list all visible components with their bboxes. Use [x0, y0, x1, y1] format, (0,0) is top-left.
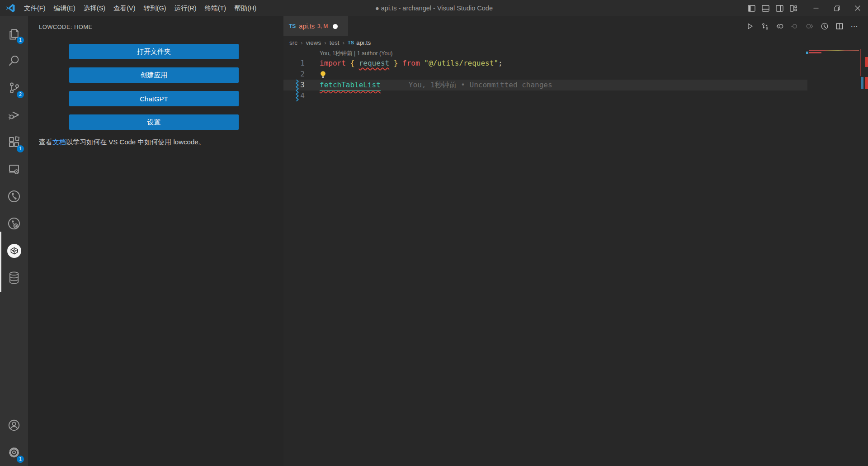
chevron-right-icon: ›	[343, 39, 345, 46]
vscode-logo-icon	[5, 3, 15, 13]
menu-run[interactable]: 运行(R)	[170, 0, 200, 16]
activity-remote-explorer[interactable]	[0, 156, 28, 183]
menu-view[interactable]: 查看(V)	[109, 0, 139, 16]
ruler-error-mark-line1	[865, 57, 868, 67]
menu-help[interactable]: 帮助(H)	[230, 0, 260, 16]
menu-selection[interactable]: 选择(S)	[80, 0, 109, 16]
activity-extensions[interactable]: 1	[0, 128, 28, 156]
code-line-1[interactable]: 1 import { request } from "@/utils/reque…	[283, 58, 807, 69]
dirty-indicator[interactable]	[333, 24, 338, 29]
layout-sidebar-right-icon[interactable]	[776, 5, 783, 12]
chevron-right-icon: ›	[301, 39, 303, 46]
activity-explorer[interactable]: 1	[0, 20, 28, 47]
remote-explorer-icon	[7, 162, 21, 176]
explorer-badge: 1	[17, 37, 24, 44]
activity-database[interactable]	[0, 264, 28, 291]
file-history-button[interactable]	[820, 22, 829, 31]
code-line-2[interactable]: 2	[283, 69, 807, 80]
tab-problems-badge: 3, M	[317, 23, 328, 29]
activity-run-debug[interactable]	[0, 101, 28, 128]
activity-bar: 1 2 1	[0, 16, 28, 466]
minimap-line-1-mark	[809, 50, 859, 51]
minimap[interactable]	[807, 49, 860, 466]
compare-changes-icon	[761, 23, 769, 30]
account-icon	[7, 418, 21, 432]
menu-edit[interactable]: 编辑(E)	[50, 0, 80, 16]
code-line-4[interactable]: 4	[283, 90, 807, 101]
line-number-2[interactable]: 2	[283, 69, 320, 80]
code-area[interactable]: You, 1秒钟前 | 1 author (You) 1 import { re…	[283, 49, 807, 466]
typescript-file-icon: TS	[348, 40, 354, 45]
editor-group: TS api.ts 3, M ⋯ src› views› test› TS ap…	[283, 16, 868, 466]
change-nav-disabled[interactable]	[790, 22, 799, 31]
breadcrumb-views[interactable]: views	[306, 39, 321, 46]
source-control-badge: 2	[17, 91, 24, 98]
gitlens-icon	[7, 189, 21, 204]
create-app-button[interactable]: 创建应用	[69, 67, 239, 83]
active-view-indicator	[0, 232, 1, 292]
overview-ruler[interactable]	[860, 49, 868, 466]
settings-button[interactable]: 设置	[69, 114, 239, 130]
activity-search[interactable]	[0, 47, 28, 74]
database-icon	[8, 271, 20, 285]
doc-hint-suffix: 以学习如何在 VS Code 中如何使用 lowcode。	[66, 138, 205, 146]
activity-gitlens-inspect[interactable]	[0, 210, 28, 237]
codelens-authors[interactable]: You, 1秒钟前 | 1 author (You)	[283, 49, 807, 58]
breadcrumb-test[interactable]: test	[330, 39, 340, 46]
activity-source-control[interactable]: 2	[0, 74, 28, 101]
activity-lowcode[interactable]	[0, 237, 28, 264]
line-number-4[interactable]: 4	[283, 90, 320, 101]
breadcrumbs: src› views› test› TS api.ts	[283, 36, 868, 49]
modified-lines-gutter-indicator	[296, 80, 299, 101]
chatgpt-button[interactable]: ChatGPT	[69, 91, 239, 106]
tab-api-ts[interactable]: TS api.ts 3, M	[283, 16, 348, 36]
more-actions-button[interactable]: ⋯	[850, 22, 859, 31]
next-change-disabled[interactable]	[805, 22, 814, 31]
extensions-badge: 1	[17, 145, 24, 152]
breadcrumb-src[interactable]: src	[289, 39, 297, 46]
search-icon	[7, 54, 21, 67]
previous-change-button[interactable]	[775, 22, 784, 31]
quickfix-lightbulb-icon[interactable]	[320, 71, 326, 79]
split-editor-button[interactable]	[835, 22, 844, 31]
activity-settings[interactable]: 1	[0, 439, 28, 466]
change-disabled-icon	[791, 23, 798, 30]
menu-terminal[interactable]: 终端(T)	[201, 0, 231, 16]
typescript-file-icon: TS	[289, 23, 296, 29]
gitlens-inspect-icon	[7, 216, 21, 231]
minimap-line-3-mark	[809, 52, 821, 53]
ruler-modified-mark-line3	[861, 77, 863, 89]
minimap-modified-dot	[806, 52, 808, 54]
restore-button[interactable]	[826, 0, 847, 16]
close-icon	[855, 5, 860, 11]
line-number-1[interactable]: 1	[283, 58, 320, 69]
run-file-button[interactable]	[745, 22, 755, 31]
doc-link[interactable]: 文档	[52, 138, 66, 146]
previous-change-icon	[776, 23, 784, 30]
open-folder-button[interactable]: 打开文件夹	[69, 44, 239, 59]
sidebar-lowcode-home: LOWCODE: HOME 打开文件夹 创建应用 ChatGPT 设置 查看文档…	[28, 16, 283, 466]
menu-file[interactable]: 文件(F)	[20, 0, 50, 16]
tab-bar: TS api.ts 3, M ⋯	[283, 16, 868, 36]
layout-customize-icon[interactable]	[790, 5, 797, 12]
breadcrumb-file[interactable]: api.ts	[356, 39, 371, 46]
run-icon	[746, 23, 754, 30]
tab-label: api.ts	[299, 23, 315, 30]
menu-go[interactable]: 转到(G)	[140, 0, 170, 16]
editor-content: You, 1秒钟前 | 1 author (You) 1 import { re…	[283, 49, 868, 466]
settings-badge: 1	[17, 456, 24, 463]
minimize-button[interactable]	[806, 0, 826, 16]
ruler-error-mark-line3	[865, 77, 868, 89]
layout-sidebar-left-icon[interactable]	[748, 5, 755, 12]
activity-gitlens[interactable]	[0, 183, 28, 210]
activity-accounts[interactable]	[0, 412, 28, 439]
doc-hint-prefix: 查看	[39, 138, 52, 146]
restore-icon	[834, 5, 840, 11]
close-button[interactable]	[847, 0, 868, 16]
compare-changes-button[interactable]	[760, 22, 769, 31]
menubar: 文件(F) 编辑(E) 选择(S) 查看(V) 转到(G) 运行(R) 终端(T…	[20, 0, 260, 16]
line-number-3[interactable]: 3	[283, 80, 320, 90]
next-change-disabled-icon	[806, 23, 814, 30]
code-line-3[interactable]: 3 fetchTableList You, 1秒钟前 • Uncommitted…	[283, 80, 807, 90]
layout-panel-icon[interactable]	[762, 5, 769, 12]
